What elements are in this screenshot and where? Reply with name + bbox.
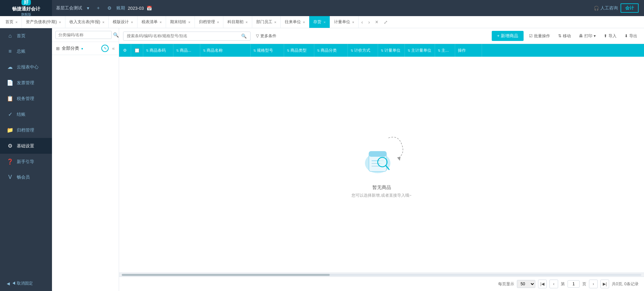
th-name[interactable]: ⇅ 商品名称	[200, 44, 251, 57]
sidebar-item-invoice[interactable]: 📄 发票管理	[0, 75, 52, 91]
tab-tax[interactable]: 税表清单 ×	[138, 16, 166, 28]
page-number-input[interactable]	[568, 280, 580, 288]
batch-ops-btn[interactable]: ☑ 批量操作	[526, 32, 553, 41]
tab-subject[interactable]: 科目期初 ×	[223, 16, 252, 28]
table-header: ⚙ ⇅ 商品条码 ⇅ 商品... ⇅ 商品名称	[119, 44, 644, 57]
sidebar-item-close[interactable]: ✓ 结账	[0, 106, 52, 122]
settings-btn[interactable]: ⚙	[105, 5, 114, 11]
print-btn[interactable]: 🖶 打印 ▾	[576, 32, 598, 41]
tab-archive[interactable]: 归档管理 ×	[195, 16, 223, 28]
tab-scroll-right[interactable]: ›	[366, 19, 373, 25]
collapse-panel-btn[interactable]: «	[112, 46, 115, 51]
tab-close-customers[interactable]: ×	[303, 20, 305, 24]
th-unit[interactable]: ⇅ 计量单位	[378, 44, 405, 57]
sidebar-item-cloud[interactable]: ☁ 云报表中心	[0, 59, 52, 75]
export-icon: ⬇	[625, 34, 628, 38]
empty-illustration	[355, 131, 409, 179]
th-type[interactable]: ⇅ 商品类型	[284, 44, 314, 57]
page-first-btn[interactable]: |◀	[538, 280, 547, 288]
sidebar-item-ledger[interactable]: ≡ 总账	[0, 44, 52, 59]
tab-close-all[interactable]: ×	[373, 19, 381, 25]
th-settings[interactable]: ⚙	[119, 44, 131, 57]
tab-close-archive[interactable]: ×	[217, 20, 219, 24]
scrollbar-thumb	[122, 274, 330, 276]
tab-balance-sheet[interactable]: 资产负债表(中期) ×	[22, 16, 65, 28]
th-spec[interactable]: ⇅ 规格型号	[251, 44, 284, 57]
th-extra[interactable]: ⇅ 主...	[435, 44, 455, 57]
kuaiji-btn[interactable]: 会计	[621, 3, 639, 13]
edit-category-btn[interactable]: ✎	[101, 45, 109, 52]
th-action: 操作	[455, 44, 482, 57]
th-category[interactable]: ⇅ 商品分类	[314, 44, 348, 57]
page-suffix: 页	[582, 281, 586, 287]
tab-close-period[interactable]: ×	[188, 20, 190, 24]
sidebar: ⌂ 首页 ≡ 总账 ☁ 云报表中心 📄 发票管理 📋 税务管理 ✓ 结账 📁 归…	[0, 28, 52, 291]
add-product-btn[interactable]: + 新增商品	[492, 31, 524, 41]
sidebar-item-archive[interactable]: 📁 归档管理	[0, 122, 52, 138]
tab-maximize[interactable]: ⤢	[381, 19, 390, 25]
svg-point-8	[379, 159, 385, 165]
page-next-btn[interactable]: ›	[589, 280, 598, 288]
tab-period-close[interactable]: 期末结转 ×	[166, 16, 195, 28]
tab-close-template[interactable]: ×	[131, 20, 133, 24]
more-filter-btn[interactable]: ▽ 更多条件	[253, 32, 279, 41]
th-code[interactable]: ⇅ 商品...	[173, 44, 200, 57]
tab-template[interactable]: 模版设计 ×	[109, 16, 137, 28]
home-icon: ⌂	[7, 33, 13, 39]
ledger-icon: ≡	[7, 48, 13, 54]
tab-close-balance[interactable]: ×	[59, 20, 61, 24]
company-dropdown-btn[interactable]: ▾	[85, 5, 91, 11]
tab-close-inventory[interactable]: ×	[323, 20, 325, 24]
page-prev-btn[interactable]: ‹	[549, 280, 558, 288]
cloud-icon: ☁	[7, 64, 13, 70]
tab-close-subject[interactable]: ×	[246, 20, 248, 24]
scrollbar-track	[122, 274, 641, 276]
tab-unit[interactable]: 计量单位 ×	[330, 16, 359, 28]
th-main-unit[interactable]: ⇅ 主计量单位	[405, 44, 435, 57]
svg-marker-0	[397, 157, 400, 161]
tab-homepage[interactable]: 首页 ×	[1, 16, 22, 28]
th-barcode[interactable]: ⇅ 商品条码	[143, 44, 173, 57]
th-price-mode[interactable]: ⇅ 计价方式	[348, 44, 378, 57]
category-search-icon[interactable]: 🔍	[113, 32, 119, 38]
export-btn[interactable]: ⬇ 导出	[622, 32, 640, 41]
tab-close-income[interactable]: ×	[102, 20, 104, 24]
service-btn[interactable]: 🎧 人工咨询	[594, 5, 618, 11]
grid-icon: ⊞	[56, 46, 60, 51]
product-search-input[interactable]	[123, 32, 238, 40]
tab-customers[interactable]: 往来单位 ×	[281, 16, 309, 28]
tab-income[interactable]: 收入支出表(年报) ×	[65, 16, 109, 28]
per-page-select[interactable]: 10 20 50 100	[517, 280, 535, 288]
empty-title: 暂无商品	[372, 185, 391, 191]
tab-close-dept[interactable]: ×	[274, 20, 276, 24]
import-btn[interactable]: ⬆ 导入	[601, 32, 619, 41]
product-search-btn[interactable]: 🔍	[238, 32, 250, 40]
horizontal-scrollbar[interactable]	[119, 273, 644, 277]
sidebar-item-home[interactable]: ⌂ 首页	[0, 28, 52, 44]
print-arrow: ▾	[594, 34, 596, 38]
tab-close-homepage[interactable]: ×	[15, 20, 17, 24]
sidebar-item-member[interactable]: V 畅会员	[0, 169, 52, 185]
tab-close-unit[interactable]: ×	[352, 20, 354, 24]
category-search-input[interactable]	[55, 31, 112, 39]
cancel-fixed-btn[interactable]: ◀ ◀ 取消固定	[0, 276, 52, 291]
calendar-icon[interactable]: 📅	[147, 6, 152, 11]
headset-icon: 🎧	[594, 6, 599, 11]
left-panel: 🔍 ⊞ 全部分类 ● ✎ «	[52, 28, 119, 291]
sidebar-item-tax[interactable]: 📋 税务管理	[0, 91, 52, 106]
filter-icon: ▽	[256, 34, 259, 38]
tab-scroll-left[interactable]: ‹	[359, 19, 366, 25]
sidebar-item-guide[interactable]: ❓ 新手引导	[0, 154, 52, 169]
company-name[interactable]: 基层工会测试	[56, 5, 82, 11]
period-value: 2023-03	[128, 6, 144, 11]
th-checkbox[interactable]	[131, 44, 143, 57]
move-btn[interactable]: ⇅ 移动	[555, 32, 574, 41]
category-label[interactable]: 全部分类	[62, 45, 79, 51]
add-tab-btn[interactable]: ＋	[94, 4, 103, 12]
tab-department[interactable]: 部门员工 ×	[252, 16, 281, 28]
tab-inventory[interactable]: 存货 ×	[309, 16, 330, 28]
sidebar-item-settings[interactable]: ⚙ 基础设置	[0, 138, 52, 154]
select-all-checkbox[interactable]	[135, 48, 139, 53]
tab-close-tax[interactable]: ×	[160, 20, 162, 24]
page-last-btn[interactable]: ▶|	[600, 280, 609, 288]
